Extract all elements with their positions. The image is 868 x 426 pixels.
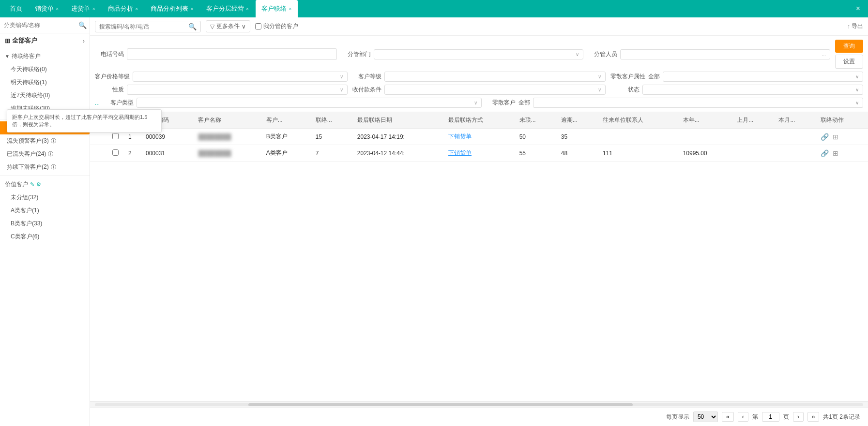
next-page-button[interactable]: › [793, 412, 804, 422]
sidebar-item-7days[interactable]: 近7天待联络(0) [0, 89, 90, 102]
td-check[interactable] [107, 145, 123, 162]
grid-action-icon[interactable]: ⊞ [833, 133, 838, 141]
gender-select[interactable]: ∨ [127, 85, 348, 95]
sidebar-item-decline[interactable]: 持续下滑客户(2) ⓘ [0, 161, 90, 174]
sidebar-search-input[interactable] [4, 22, 76, 29]
search-icon: 🔍 [78, 21, 87, 29]
close-icon[interactable]: × [92, 6, 95, 12]
sidebar-item-class-a[interactable]: A类客户(1) [0, 204, 90, 217]
grid-action-icon[interactable]: ⊞ [833, 149, 838, 157]
query-button[interactable]: 查询 [835, 40, 863, 53]
td-type: A类客户 [261, 145, 311, 162]
sidebar-item-class-b[interactable]: B类客户(33) [0, 217, 90, 230]
scroll-thumb[interactable] [248, 403, 633, 406]
retail-attr-select[interactable]: ∨ [663, 72, 863, 82]
th-last-contact-date[interactable]: 最后联络日期 [352, 112, 443, 129]
my-customers-checkbox[interactable] [255, 23, 261, 29]
sidebar-all-customers[interactable]: ⊞ 全部客户 › [0, 33, 90, 48]
filter-more-button[interactable]: ▽ 更多条件 ∨ [206, 20, 250, 32]
link-action-icon[interactable]: 🔗 [821, 133, 829, 141]
td-settings [90, 145, 107, 162]
nav-tab-product-list[interactable]: 商品分析列表 × [145, 0, 199, 17]
dept-select[interactable]: ∨ [374, 49, 584, 59]
settings-icon[interactable]: ⚙ [36, 181, 41, 188]
more-filter-link[interactable]: ... [95, 100, 100, 106]
pagination: 每页显示 50 100 200 « ‹ 第 页 › » 共1页 2条记录 [90, 407, 868, 426]
link-action-icon[interactable]: 🔗 [821, 149, 829, 157]
sidebar-item-lost-pred[interactable]: 流失预警客户(3) ⓘ [0, 134, 90, 147]
last-page-button[interactable]: » [807, 412, 820, 422]
th-name[interactable]: 客户名称 [193, 112, 261, 129]
th-last-contact-method[interactable]: 最后联络方式 [443, 112, 515, 129]
export-button[interactable]: ↑ 导出 [847, 22, 863, 30]
th-contact-count[interactable]: 联络... [311, 112, 352, 129]
nav-tab-customer-tier[interactable]: 客户分层经营 × [200, 0, 255, 17]
filter-retail-customer: 零散客户 全部 ∨ [487, 98, 864, 108]
payment-select[interactable]: ∨ [384, 85, 605, 95]
chevron-down-icon: ∨ [855, 87, 859, 92]
horizontal-scrollbar[interactable] [90, 401, 868, 407]
sidebar-item-ungroup[interactable]: 未分组(32) [0, 191, 90, 204]
th-type[interactable]: 客户... [261, 112, 311, 129]
customer-type-select[interactable]: ∨ [137, 98, 482, 108]
sidebar-pending-title[interactable]: ▼ 待联络客户 [0, 50, 90, 63]
table-header-row: ⚙ # 客户编码 客户名称 客户... 联络... [90, 112, 868, 129]
main-layout: 🔍 ⊞ 全部客户 › ▼ 待联络客户 今天待联络(0) 明天待联络(1) 近7天… [0, 17, 868, 426]
edit-icon[interactable]: ✎ [30, 181, 34, 188]
row-checkbox[interactable] [112, 149, 119, 156]
th-last-month[interactable]: 上月... [732, 112, 774, 129]
th-contact-person[interactable]: 往来单位联系人 [598, 112, 678, 129]
scroll-track[interactable] [95, 403, 863, 406]
per-page-select[interactable]: 50 100 200 [693, 411, 718, 422]
sidebar-item-tomorrow[interactable]: 明天待联络(1) [0, 76, 90, 89]
th-overdue[interactable]: 逾期... [556, 112, 598, 129]
top-nav: 首页 销货单 × 进货单 × 商品分析 × 商品分析列表 × 客户分层经营 × … [0, 0, 868, 17]
td-this-year: 10995.00 [678, 145, 732, 162]
nav-tab-customer-contact[interactable]: 客户联络 × [256, 0, 297, 17]
close-icon[interactable]: × [289, 6, 291, 12]
nav-tab-home[interactable]: 首页 [4, 0, 28, 17]
person-select[interactable]: ... [620, 49, 830, 59]
th-this-year[interactable]: 本年... [678, 112, 732, 129]
level-select[interactable]: ∨ [384, 72, 605, 82]
th-uncontacted[interactable]: 未联... [515, 112, 556, 129]
filter-person: 分管人员 ... [588, 49, 830, 59]
nav-tab-sales[interactable]: 销货单 × [29, 0, 64, 17]
td-last-method[interactable]: 下销货单 [443, 145, 515, 162]
nav-tab-product-analysis[interactable]: 商品分析 × [102, 0, 144, 17]
window-close-button[interactable]: × [852, 4, 864, 13]
price-level-select[interactable]: ∨ [133, 72, 348, 82]
nav-tab-purchase[interactable]: 进货单 × [65, 0, 101, 17]
chevron-down-icon: ∨ [576, 52, 579, 57]
td-overdue: 35 [556, 129, 598, 145]
close-icon[interactable]: × [135, 6, 138, 12]
close-icon[interactable]: × [190, 6, 193, 12]
sidebar-item-class-c[interactable]: C类客户(6) [0, 230, 90, 243]
close-icon[interactable]: × [246, 6, 249, 12]
td-last-method[interactable]: 下销货单 [443, 129, 515, 145]
page-number-input[interactable] [762, 412, 779, 422]
sidebar-item-today[interactable]: 今天待联络(0) [0, 63, 90, 76]
retail-customer-select[interactable]: ∨ [533, 98, 864, 108]
my-customers-checkbox-label[interactable]: 我分管的客户 [255, 22, 298, 30]
sidebar-pending-section: ▼ 待联络客户 今天待联络(0) 明天待联络(1) 近7天待联络(0) 逾期未联… [0, 48, 90, 117]
row-checkbox[interactable] [112, 133, 119, 139]
collapse-icon[interactable]: › [83, 37, 85, 44]
close-icon[interactable]: × [56, 6, 59, 12]
prev-page-button[interactable]: ‹ [738, 412, 748, 422]
th-this-month[interactable]: 本月... [774, 112, 815, 129]
status-select[interactable]: ∨ [642, 85, 863, 95]
first-page-button[interactable]: « [722, 412, 734, 422]
settings-button[interactable]: 设置 [835, 55, 863, 69]
filter-dept: 分管部门 ∨ [342, 49, 584, 59]
chevron-down-icon: ∨ [855, 74, 859, 79]
search-input[interactable] [99, 23, 186, 30]
filter-customer-type: 客户类型 ∨ [105, 98, 482, 108]
filter-payment: 收付款条件 ∨ [352, 85, 605, 95]
chevron-down-icon: ... [822, 52, 826, 57]
td-last-date: 2023-04-12 14:44: [352, 145, 443, 162]
td-actions: 🔗 ⊞ [816, 145, 868, 162]
sidebar-item-lost[interactable]: 已流失客户(24) ⓘ [0, 147, 90, 161]
th-actions: 联络动作 [816, 112, 868, 129]
phone-input[interactable] [127, 48, 337, 60]
